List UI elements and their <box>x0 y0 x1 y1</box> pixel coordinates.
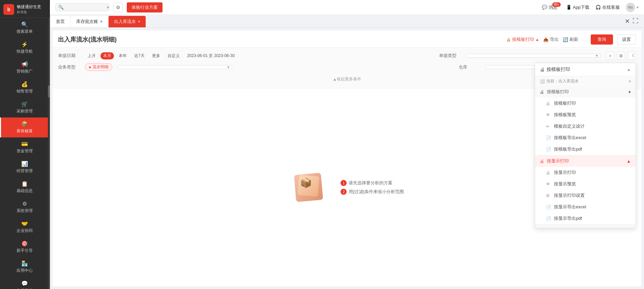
date-tab-current-month[interactable]: 本月 <box>100 52 114 59</box>
dropdown-item-preview-icon: 👁 <box>546 112 551 117</box>
dropdown-section-template-print[interactable]: 🖨 按模板打印 ▾ <box>535 86 636 98</box>
empty-tip-2: 2 用[过滤]条件来缩小分析范围 <box>341 189 404 195</box>
sales-icon: 💰 <box>21 81 28 87</box>
export-button[interactable]: 📤 导出 <box>543 36 559 43</box>
search-menu-icon: 🔍 <box>21 21 28 28</box>
tabs-right-buttons: ✕ ⛶ <box>625 18 639 25</box>
date-tab-custom[interactable]: 自定义 <box>165 52 182 59</box>
dropdown-section-display-print[interactable]: 🖨 按显示打印 ▲ <box>535 155 636 167</box>
sidebar-item-inventory[interactable]: 📦 库存核算 <box>0 117 48 137</box>
dropdown-collapse-icon[interactable]: ▲ <box>627 67 631 72</box>
refresh-icon: 🔄 <box>563 37 568 42</box>
search-input[interactable] <box>65 5 106 10</box>
date-tab-last-month[interactable]: 上月 <box>85 52 98 59</box>
search-dropdown-icon[interactable]: ▾ <box>107 5 109 10</box>
sidebar-item-collaboration[interactable]: 🤝 企业协同 <box>0 217 48 237</box>
add-filter-button[interactable]: + <box>606 52 614 60</box>
page-settings-button[interactable]: 设置 <box>617 34 636 45</box>
tab-stock-flow-close[interactable]: × <box>138 19 140 24</box>
dropdown-item-display-pdf[interactable]: 📄 按显示导出pdf <box>535 213 636 224</box>
dropdown-item-display-settings[interactable]: ⚙ 按显示打印设置 <box>535 190 636 201</box>
doc-type-filter-label: 单据类型 <box>439 53 461 59</box>
template-print-arrow-up: ▲ <box>535 37 539 42</box>
template-section-arrow: ▾ <box>628 89 631 95</box>
filter-settings-button[interactable]: ⚙ <box>617 52 625 60</box>
tab-batch-account[interactable]: 库存批次账 × <box>71 16 108 27</box>
sidebar-item-quick-nav[interactable]: ⚡ 快捷导航 <box>0 38 48 58</box>
main-content: 🔍 ▾ ⚙ 体验行业方案 💬 消息 99+ 📱 App下载 🎧 在线客服 <box>50 0 644 289</box>
header-search-box[interactable]: 🔍 ▾ <box>55 3 109 11</box>
app-download-button[interactable]: 📱 App下载 <box>566 4 589 10</box>
collaboration-icon: 🤝 <box>21 220 28 227</box>
sidebar-item-marketing[interactable]: 📢 营销推广 <box>0 58 48 78</box>
industry-solution-button[interactable]: 体验行业方案 <box>127 2 163 12</box>
online-service-button[interactable]: 🎧 在线客服 <box>595 4 620 10</box>
sidebar-item-operations[interactable]: 📊 经营管理 <box>0 157 48 177</box>
collapse-arrow-icon: ▲ <box>333 77 337 82</box>
sidebar-scrollbar-thumb <box>48 85 50 98</box>
current-indicator-arrow: ▾ <box>629 79 631 84</box>
system-icon: ⚙ <box>22 201 27 207</box>
dropdown-item-display-print[interactable]: 🖨 按显示打印 <box>535 167 636 178</box>
date-tab-current-year[interactable]: 本年 <box>116 52 129 59</box>
dropdown-item-display-preview[interactable]: 👁 按显示预览 <box>535 178 636 190</box>
date-filter-label: 单据日期 <box>58 53 80 59</box>
refresh-button[interactable]: 🔄 刷新 <box>563 36 578 43</box>
page-actions: 🖨 按模板打印 ▲ 📤 导出 🔄 刷新 ... 查询 设置 <box>506 34 636 45</box>
date-tab-last-7-days[interactable]: 近7天 <box>131 52 147 59</box>
inventory-icon: 📦 <box>21 121 28 127</box>
sidebar-item-sales[interactable]: 💰 销售管理 <box>0 78 48 98</box>
tab-batch-account-close[interactable]: × <box>100 19 103 24</box>
dropdown-section-set-default[interactable]: ⚙ 设置默认功能 ▾ <box>535 225 636 228</box>
purchase-icon: 🛒 <box>21 101 28 107</box>
template-print-button[interactable]: 🖨 按模板打印 ▲ <box>506 36 539 43</box>
sidebar-scrollbar[interactable] <box>48 18 50 289</box>
sidebar-item-app-center[interactable]: 🏪 应用中心 <box>0 257 48 277</box>
dropdown-item-display-excel[interactable]: 📄 按显示导出excel <box>535 201 636 213</box>
close-all-tabs-icon[interactable]: ✕ <box>625 18 630 25</box>
sidebar-item-guide[interactable]: 🎯 新手引导 <box>0 237 48 257</box>
tab-stock-flow[interactable]: 出入库流水 × <box>109 16 146 27</box>
user-dropdown-icon: ▾ <box>637 5 639 10</box>
settings-gear-button[interactable]: ⚙ <box>113 3 123 12</box>
query-button[interactable]: 查询 <box>591 34 613 45</box>
tabs-bar: 首页 库存批次账 × 出入库流水 × ✕ ⛶ <box>50 15 644 28</box>
empty-tip-1: 1 请先选择要分析的方案 <box>341 180 404 186</box>
dropdown-item-template-preview[interactable]: 👁 按模板预览 <box>535 109 636 121</box>
sidebar-item-purchase[interactable]: 🛒 采购管理 <box>0 98 48 117</box>
tab-home[interactable]: 首页 <box>51 16 70 27</box>
dropdown-item-template-customize[interactable]: ✏ 模板自定义设计 <box>535 121 636 132</box>
app-logo-icon: b <box>3 4 14 15</box>
user-avatar-area[interactable]: Rit ▾ <box>626 3 639 12</box>
dropdown-item-pdf1-icon: 📄 <box>546 147 551 152</box>
empty-tips: 1 请先选择要分析的方案 2 用[过滤]条件来缩小分析范围 <box>341 180 404 195</box>
dropdown-item-template-pdf[interactable]: 📄 按模板导出pdf <box>535 143 636 155</box>
sidebar-item-search-menu[interactable]: 🔍 搜索菜单 <box>0 18 48 38</box>
dropdown-item-template-print[interactable]: 🖨 按模板打印 <box>535 98 636 109</box>
filter-action-icons: + ⚙ 《 <box>606 52 636 60</box>
sidebar-item-system[interactable]: ⚙ 系统管理 <box>0 197 48 217</box>
template-section-icon: 🖨 <box>540 89 544 95</box>
search-icon: 🔍 <box>58 5 64 10</box>
doc-type-selector[interactable]: ▾ <box>466 54 601 58</box>
filter-row-date: 单据日期 上月 本月 本年 近7天 更多 自定义 2023-06-01 至 20… <box>58 52 636 60</box>
dropdown-item-pdf2-icon: 📄 <box>546 216 551 221</box>
biz-type-selector[interactable]: ▾ <box>118 65 232 69</box>
maximize-icon[interactable]: ⛶ <box>633 18 639 25</box>
warehouse-filter-label: 仓库 <box>459 64 480 70</box>
display-section-icon: 🖨 <box>540 159 544 164</box>
app-name: 畅捷通好生意 <box>17 4 41 10</box>
dropdown-item-template-excel[interactable]: 📄 按模板导出excel <box>535 132 636 143</box>
message-button[interactable]: 💬 消息 99+ <box>542 4 557 10</box>
date-tabs: 上月 本月 本年 近7天 更多 自定义 2023-06-01 至 2023-06… <box>85 52 235 59</box>
tip-num-1: 1 <box>341 180 347 186</box>
page-area: 出入库流水(流水明细) 🖨 按模板打印 ▲ 📤 导出 🔄 刷新 ... 查询 设… <box>53 30 641 286</box>
collapse-filter-button[interactable]: 《 <box>628 52 636 60</box>
dropdown-scroll-area: 🖨 按模板打印 ▾ 🖨 按模板打印 👁 按模板预览 ✏ 模板自定义设计 <box>535 86 636 228</box>
sidebar-item-basic-info[interactable]: 📋 基础信息 <box>0 177 48 197</box>
set-default-icon: ⚙ <box>540 228 544 228</box>
date-tab-more[interactable]: 更多 <box>149 52 163 59</box>
operations-icon: 📊 <box>21 161 28 167</box>
sidebar-item-wechat[interactable]: 💬 企业微信 <box>0 277 48 289</box>
sidebar-item-finance[interactable]: 💳 资金管理 <box>0 137 48 157</box>
